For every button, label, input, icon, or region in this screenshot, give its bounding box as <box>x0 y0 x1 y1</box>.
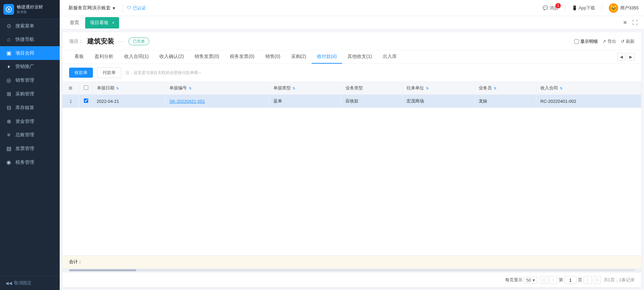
quick-nav-icon: ⌂ <box>5 37 12 43</box>
subtab-tax-invoice[interactable]: 税务发票(0) <box>224 50 260 64</box>
subtab-sales-invoice[interactable]: 销售发票(0) <box>189 50 224 64</box>
sidebar: 畅捷通好业财 标准版 ⊙ 搜索菜单⌂ 快捷导航▣ 项目合同♦ 营销推广◎ 销售管… <box>0 0 60 290</box>
subtab-income-contract[interactable]: 收入合同(1) <box>119 50 154 64</box>
project-status-badge: 已生效 <box>128 38 149 45</box>
close-window-button[interactable]: ✕ <box>621 19 629 26</box>
col-settings[interactable]: ⚙ <box>62 82 79 95</box>
unpin-button[interactable]: ◀◀ 取消固定 <box>0 276 60 290</box>
page-label: 第 <box>559 277 563 283</box>
select-all-checkbox[interactable] <box>84 85 88 90</box>
subtab-sales[interactable]: 销售(0) <box>260 50 286 64</box>
page-input[interactable] <box>565 276 577 284</box>
maximize-window-button[interactable]: ⛶ <box>631 19 639 26</box>
sidebar-item-marketing[interactable]: ♦ 营销推广 <box>0 60 60 73</box>
sub-tab-prev[interactable]: ◀ <box>617 53 625 61</box>
scrollbar-track[interactable] <box>69 269 635 271</box>
sidebar-item-purchase[interactable]: ⊞ 采购管理 <box>0 87 60 101</box>
sidebar-item-invoice[interactable]: ▤ 发票管理 <box>0 142 60 155</box>
first-page-button[interactable]: ⟨⟨ <box>540 276 548 284</box>
project-header: 项目： 建筑安装 ··· 已生效 显示明细 ↗ 导出 ↺ 刷新 <box>62 32 641 50</box>
project-contract-icon: ▣ <box>5 50 12 56</box>
row-checkbox[interactable] <box>79 95 93 108</box>
message-button[interactable]: 💬 消息 1 <box>543 5 558 11</box>
col-type[interactable]: 单据类型 ⇅ <box>269 82 341 95</box>
show-detail-checkbox[interactable] <box>574 39 579 44</box>
sidebar-item-ledger[interactable]: ≡ 总账管理 <box>0 128 60 142</box>
subtab-other-expense[interactable]: 其他收支(1) <box>342 50 377 64</box>
search-icon: ⊙ <box>5 23 12 29</box>
scrollbar-thumb[interactable] <box>69 269 136 271</box>
receipt-btn[interactable]: 收款单 <box>69 68 93 78</box>
topbar-divider <box>122 4 123 12</box>
prev-page-button[interactable]: ⟨ <box>549 276 557 284</box>
ledger-icon: ≡ <box>5 132 12 138</box>
subtab-profit[interactable]: 盈利分析 <box>89 50 119 64</box>
user-menu[interactable]: 🐱 用户3355 <box>609 3 639 13</box>
app-logo-icon <box>3 4 14 15</box>
data-table: ⚙ 单据日期 ⇅ 单据编号 ⇅ 单据类型 ⇅ <box>62 82 641 108</box>
sort-icon-number: ⇅ <box>189 86 192 90</box>
topbar-divider2 <box>565 4 565 12</box>
message-icon: 💬 <box>543 5 548 10</box>
subtab-in-out[interactable]: 出入库 <box>377 50 402 64</box>
payment-btn[interactable]: 付款单 <box>97 67 121 78</box>
project-actions: 显示明细 ↗ 导出 ↺ 刷新 <box>574 39 635 45</box>
export-button[interactable]: ↗ 导出 <box>602 39 616 45</box>
sidebar-item-project-contract[interactable]: ▣ 项目合同 <box>0 46 60 60</box>
per-page-select[interactable]: 50 ▾ <box>524 277 537 284</box>
col-number[interactable]: 单据编号 ⇅ <box>165 82 269 95</box>
subtab-purchase[interactable]: 采购(2) <box>286 50 312 64</box>
col-income-contract[interactable]: 收入合同 ⇅ <box>536 82 641 95</box>
sidebar-item-quick-nav[interactable]: ⌂ 快捷导航 <box>0 33 60 46</box>
project-more-button[interactable]: ··· <box>118 39 124 45</box>
page-nav: ⟨⟨ ⟨ 第 页 ⟩ ⟩⟩ <box>540 276 601 284</box>
user-avatar: 🐱 <box>609 3 618 13</box>
sort-icon-type: ⇅ <box>292 86 295 90</box>
shield-icon: 🛡 <box>127 5 131 10</box>
total-info: 共1页，1条记录 <box>604 277 635 283</box>
tab-close-icon[interactable]: × <box>112 20 114 25</box>
subtab-receipt[interactable]: 收付款(4) <box>312 50 342 64</box>
subtab-income-confirm[interactable]: 收入确认(2) <box>154 50 189 64</box>
data-table-wrap: ⚙ 单据日期 ⇅ 单据编号 ⇅ 单据类型 ⇅ <box>62 82 641 255</box>
col-salesman[interactable]: 业务员 ⇅ <box>475 82 536 95</box>
refresh-button[interactable]: ↺ 刷新 <box>621 39 635 45</box>
row-partner: 宏茂商场 <box>402 95 475 108</box>
sidebar-item-sales[interactable]: ◎ 销售管理 <box>0 73 60 87</box>
subtab-kanban[interactable]: 看板 <box>69 50 89 64</box>
project-selector[interactable]: 新服务官网演示账套 ▾ <box>65 3 118 13</box>
sidebar-item-tax[interactable]: ◉ 税务管理 <box>0 155 60 169</box>
table-footer: 合计： <box>62 255 641 268</box>
col-date[interactable]: 单据日期 ⇅ <box>93 82 165 95</box>
sort-icon-salesman: ⇅ <box>494 86 496 90</box>
unpin-icon: ◀◀ <box>5 281 12 286</box>
row-select-checkbox[interactable] <box>84 98 88 103</box>
horizontal-scrollbar[interactable] <box>62 268 641 272</box>
tab-project-board[interactable]: 项目看板 × <box>85 17 119 28</box>
table-row[interactable]: 1 2022-04-21 SK-20220421-001 蓝单 应收款 宏茂商场… <box>62 95 641 108</box>
col-partner[interactable]: 往来单位 ⇅ <box>402 82 475 95</box>
tab-active-label: 项目看板 <box>90 20 109 25</box>
tab-home[interactable]: 首页 <box>65 17 84 28</box>
show-detail-toggle[interactable]: 显示明细 <box>574 39 598 45</box>
sidebar-item-inventory[interactable]: ⊟ 库存核算 <box>0 101 60 115</box>
document-link[interactable]: SK-20220421-001 <box>169 99 205 104</box>
sub-tab-next[interactable]: ▶ <box>627 53 635 61</box>
sidebar-item-search[interactable]: ⊙ 搜索菜单 <box>0 19 60 33</box>
sidebar-item-finance[interactable]: ⊗ 资金管理 <box>0 115 60 128</box>
message-badge: 1 <box>555 3 561 8</box>
sub-tabs: 看板 盈利分析 收入合同(1) 收入确认(2) 销售发票(0) 税务发票(0) … <box>62 50 641 64</box>
topbar-divider3 <box>602 4 602 12</box>
col-biz-type: 业务类型 <box>341 82 402 95</box>
app-name: 畅捷通好业财 <box>17 4 43 10</box>
settings-icon[interactable]: ⚙ <box>68 85 73 91</box>
row-number[interactable]: SK-20220421-001 <box>165 95 269 108</box>
chevron-down-icon: ▾ <box>533 278 535 283</box>
app-download-button[interactable]: 📱 App下载 <box>572 5 595 11</box>
topbar: 新服务官网演示账套 ▾ 🛡 已认证 💬 消息 1 📱 App下载 🐱 用户335… <box>60 0 644 16</box>
pagination: 每页显示 50 ▾ ⟨⟨ ⟨ 第 页 ⟩ ⟩⟩ 共1页，1条记录 <box>62 272 641 287</box>
row-type: 蓝单 <box>269 95 341 108</box>
next-page-button[interactable]: ⟩ <box>584 276 592 284</box>
row-date: 2022-04-21 <box>93 95 165 108</box>
last-page-button[interactable]: ⟩⟩ <box>593 276 601 284</box>
